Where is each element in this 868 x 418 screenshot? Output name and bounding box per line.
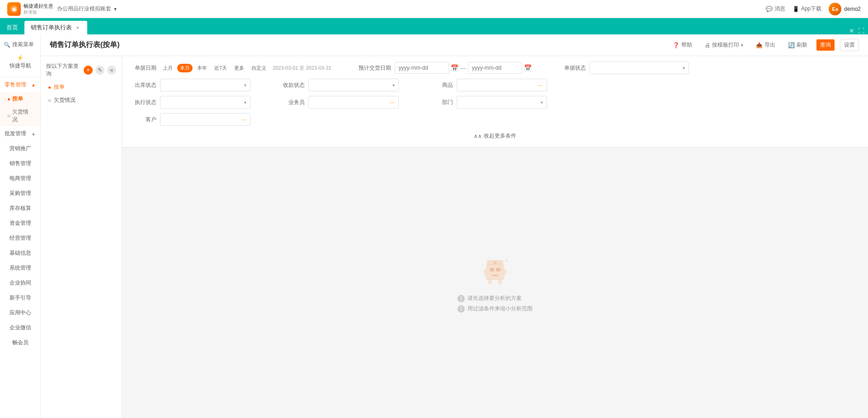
status-select-arrow-icon: ▾ [683, 66, 685, 71]
add-plan-button[interactable]: + [84, 66, 93, 75]
status-select[interactable]: ▾ [590, 62, 689, 74]
receive-status-select[interactable]: ▾ [308, 79, 399, 91]
user-name-label: demo2 [844, 6, 861, 12]
date-this-year-button[interactable]: 本年 [194, 64, 210, 72]
help-icon: ❓ [673, 42, 679, 48]
sidebar-item-apps[interactable]: 应用中心 [0, 305, 40, 320]
goods-dots-icon[interactable]: ··· [538, 81, 543, 89]
svg-rect-6 [484, 269, 486, 276]
retail-arrow-icon: ▲ [31, 82, 36, 87]
export-button[interactable]: 📤 导出 [752, 39, 779, 51]
print-button[interactable]: 🖨 按模板打印 ▾ [701, 39, 747, 51]
message-button[interactable]: 💬 消息 [766, 5, 785, 13]
plan-header-label: 按以下方案查询 [46, 62, 84, 78]
sidebar-item-purchase[interactable]: 采购管理 [0, 186, 40, 201]
cal-end-icon[interactable]: 📅 [524, 64, 532, 71]
salesman-select[interactable]: ··· [308, 96, 399, 109]
filter-item-exec-status: 执行状态 ▾ [129, 96, 250, 109]
sidebar-item-inventory[interactable]: 库存核算 [0, 201, 40, 216]
goods-select[interactable]: ··· [457, 79, 547, 91]
query-button[interactable]: 查询 [816, 39, 835, 51]
date-more-button[interactable]: 更多 [231, 64, 247, 72]
plan-item-debt[interactable]: ○ 欠货情况 [41, 94, 122, 107]
breadcrumb[interactable]: 办公用品行业模拟账套 ▾ [57, 5, 117, 13]
svg-point-11 [494, 261, 496, 264]
sidebar-item-operation[interactable]: 经营管理 [0, 231, 40, 246]
left-panel-section: 按以下方案查询 + ✎ « ● 按单 ○ 欠货情况 [41, 56, 122, 110]
expected-date-end-input[interactable] [468, 62, 522, 74]
search-icon: 🔍 [4, 42, 10, 48]
status-label: 单据状态 [559, 64, 586, 72]
cal-start-icon[interactable]: 📅 [451, 64, 458, 71]
filter-item-salesman: 业务员 ··· [278, 96, 399, 109]
tab-close-window-icon[interactable]: ✕ [849, 27, 854, 34]
sidebar-item-sales[interactable]: 销售管理 [0, 156, 40, 171]
settings-button[interactable]: 设置 [840, 39, 859, 51]
content-area: 销售订单执行表(按单) ❓ 帮助 🖨 按模板打印 ▾ 📤 导出 🔄 刷新 [41, 34, 868, 418]
svg-rect-8 [488, 279, 492, 285]
customer-dots-icon[interactable]: ··· [241, 116, 246, 123]
tab-maximize-icon[interactable]: ⛶ [858, 27, 864, 34]
search-menu-button[interactable]: 🔍 搜索菜单 [0, 38, 40, 51]
date-this-month-button[interactable]: 本月 [177, 64, 193, 72]
date-last-month-button[interactable]: 上月 [160, 64, 175, 72]
tab-sales-order-label: 销售订单执行表 [31, 24, 72, 32]
print-arrow-icon: ▾ [741, 43, 743, 48]
sidebar-item-ecommerce[interactable]: 电商管理 [0, 171, 40, 186]
app-logo-icon: 畅 [7, 2, 21, 16]
sidebar-item-system[interactable]: 系统管理 [0, 261, 40, 276]
collapse-filter-button[interactable]: ∧∧ 收起更多条件 [129, 130, 861, 142]
sidebar-item-basic[interactable]: 基础信息 [0, 246, 40, 261]
tab-close-icon[interactable]: × [75, 24, 81, 31]
salesman-dots-icon[interactable]: ··· [389, 99, 395, 106]
out-status-arrow-icon: ▾ [244, 83, 246, 88]
wholesale-arrow-icon: ▲ [31, 131, 36, 136]
date-custom-button[interactable]: 自定义 [249, 64, 269, 72]
tab-home[interactable]: 首页 [0, 21, 24, 34]
sidebar-item-wholesale[interactable]: 批发管理 ▲ [0, 126, 40, 141]
date-label: 单据日期 [129, 64, 156, 72]
empty-tip-1: 1 请先选择要分析的方案 [458, 294, 533, 302]
svg-text:✦: ✦ [481, 263, 484, 266]
date-separator: — [460, 65, 466, 71]
help-button[interactable]: ❓ 帮助 [669, 39, 696, 51]
tab-bar-actions: ✕ ⛶ [845, 27, 868, 34]
tab-sales-order[interactable]: 销售订单执行表 × [24, 21, 87, 34]
sidebar-item-member[interactable]: 畅会员 [0, 335, 40, 350]
expected-date-start-input[interactable] [395, 62, 449, 74]
sidebar-item-finance[interactable]: 资金管理 [0, 216, 40, 231]
user-menu[interactable]: Ea demo2 [829, 3, 861, 15]
svg-rect-3 [490, 268, 494, 271]
out-status-select[interactable]: ▾ [160, 79, 250, 91]
tip-num-2: 2 [458, 305, 465, 313]
logo-area: 畅 畅捷通好生意 标准版 [7, 2, 53, 16]
sidebar-subitem-orders[interactable]: ● 按单 [0, 92, 40, 105]
sidebar-subitem-debt[interactable]: ○ 欠货情况 [0, 105, 40, 126]
sidebar-item-quick-nav[interactable]: ⚡ 快捷导航 [0, 51, 40, 73]
top-header: 畅 畅捷通好生意 标准版 办公用品行业模拟账套 ▾ 💬 消息 📱 App下载 E… [0, 0, 868, 18]
empty-state: ✦ ✦ ✦ 1 请先选择要分析的方案 2 用过滤条件来缩小分析范围 [458, 253, 533, 313]
plan-item-orders[interactable]: ● 按单 [41, 81, 122, 94]
retail-submenu: ● 按单 ○ 欠货情况 [0, 92, 40, 126]
filter-item-goods: 商品 ··· [426, 79, 547, 91]
app-download-button[interactable]: 📱 App下载 [793, 5, 821, 13]
download-icon: 📱 [793, 6, 799, 12]
content-wrapper: 按以下方案查询 + ✎ « ● 按单 ○ 欠货情况 [41, 56, 868, 418]
customer-select[interactable]: ··· [160, 113, 250, 126]
exec-status-select[interactable]: ▾ [160, 96, 250, 109]
receive-status-label: 收款状态 [278, 81, 305, 89]
edit-plan-button[interactable]: ✎ [95, 66, 104, 75]
collapse-plan-button[interactable]: « [107, 66, 116, 75]
avatar: Ea [829, 3, 841, 15]
sidebar-item-wechat[interactable]: 企业微信 [0, 320, 40, 335]
date-last7-button[interactable]: 近7天 [212, 64, 230, 72]
dept-select[interactable]: ▾ [457, 96, 547, 109]
breadcrumb-arrow-icon[interactable]: ▾ [114, 6, 117, 12]
sidebar-item-newbie[interactable]: 新手引导 [0, 290, 40, 305]
sidebar-item-retail[interactable]: 零售管理 ▲ [0, 77, 40, 92]
svg-rect-5 [492, 275, 498, 276]
sidebar-item-enterprise[interactable]: 企业协同 [0, 276, 40, 290]
refresh-button[interactable]: 🔄 刷新 [784, 39, 811, 51]
svg-text:✦: ✦ [505, 259, 508, 263]
sidebar-item-marketing[interactable]: 营销推广 [0, 141, 40, 156]
